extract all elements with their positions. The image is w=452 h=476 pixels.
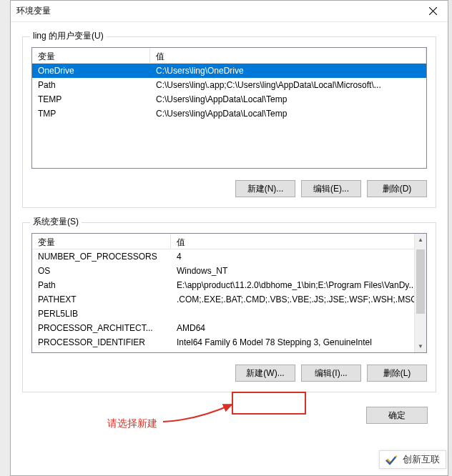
titlebar: 环境变量: [11, 1, 448, 22]
table-row[interactable]: PERL5LIB: [32, 307, 426, 321]
table-row[interactable]: OSWindows_NT: [32, 264, 426, 278]
system-vars-label: 系统变量(S): [30, 216, 82, 228]
system-edit-button[interactable]: 编辑(I)...: [301, 365, 361, 382]
table-row[interactable]: TMPC:\Users\ling\AppData\Local\Temp: [32, 106, 426, 121]
var-name: PROCESSOR_ARCHITECT...: [32, 323, 171, 333]
var-name: PROCESSOR_IDENTIFIER: [32, 337, 171, 347]
user-new-button[interactable]: 新建(N)...: [235, 180, 295, 197]
watermark-text: 创新互联: [403, 453, 440, 466]
user-vars-group: ling 的用户变量(U) 变量 值 OneDriveC:\Users\ling…: [22, 36, 436, 208]
table-row[interactable]: OneDriveC:\Users\ling\OneDrive: [32, 64, 426, 78]
col-val[interactable]: 值: [171, 234, 426, 249]
var-value: Windows_NT: [171, 266, 426, 276]
system-vars-header: 变量 值: [32, 234, 426, 249]
window-title: 环境变量: [16, 5, 51, 17]
var-name: TEMP: [32, 94, 150, 104]
var-name: Path: [32, 280, 171, 290]
var-value: C:\Users\ling\.app;C:\Users\ling\AppData…: [150, 80, 426, 90]
user-delete-button[interactable]: 删除(D): [367, 180, 427, 197]
table-row[interactable]: NUMBER_OF_PROCESSORS4: [32, 249, 426, 264]
system-vars-group: 系统变量(S) 变量 值 NUMBER_OF_PROCESSORS4OSWind…: [22, 222, 436, 392]
scrollbar[interactable]: ▲ ▼: [414, 234, 426, 352]
table-row[interactable]: PATHEXT.COM;.EXE;.BAT;.CMD;.VBS;.VBE;.JS…: [32, 292, 426, 307]
system-vars-list[interactable]: 变量 值 NUMBER_OF_PROCESSORS4OSWindows_NTPa…: [31, 233, 427, 353]
var-value: AMD64: [171, 323, 426, 333]
system-delete-button[interactable]: 删除(L): [367, 365, 427, 382]
var-value: Intel64 Family 6 Model 78 Stepping 3, Ge…: [171, 337, 426, 347]
scroll-down-icon[interactable]: ▼: [415, 340, 426, 352]
var-name: PERL5LIB: [32, 309, 171, 319]
col-var[interactable]: 变量: [32, 234, 171, 249]
col-var[interactable]: 变量: [32, 48, 150, 63]
table-row[interactable]: PROCESSOR_ARCHITECT...AMD64: [32, 321, 426, 335]
system-new-button[interactable]: 新建(W)...: [235, 365, 295, 382]
table-row[interactable]: PathC:\Users\ling\.app;C:\Users\ling\App…: [32, 78, 426, 92]
var-value: C:\Users\ling\AppData\Local\Temp: [150, 94, 426, 104]
scroll-thumb[interactable]: [416, 249, 425, 314]
table-row[interactable]: PathE:\app\product\11.2.0\dbhome_1\bin;E…: [32, 278, 426, 292]
env-vars-dialog: 环境变量 ling 的用户变量(U) 变量 值 OneDriveC:\Users…: [10, 0, 448, 476]
watermark: 创新互联: [379, 450, 446, 469]
var-name: OneDrive: [32, 66, 150, 76]
close-button[interactable]: [418, 1, 448, 22]
var-name: OS: [32, 266, 171, 276]
user-edit-button[interactable]: 编辑(E)...: [301, 180, 361, 197]
user-vars-list[interactable]: 变量 值 OneDriveC:\Users\ling\OneDrivePathC…: [31, 47, 427, 169]
table-row[interactable]: PROCESSOR_IDENTIFIERIntel64 Family 6 Mod…: [32, 335, 426, 349]
watermark-icon: [385, 453, 398, 466]
var-name: NUMBER_OF_PROCESSORS: [32, 252, 171, 262]
var-value: E:\app\product\11.2.0\dbhome_1\bin;E:\Pr…: [171, 280, 426, 290]
user-vars-header: 变量 值: [32, 48, 426, 64]
var-value: C:\Users\ling\OneDrive: [150, 66, 426, 76]
col-val[interactable]: 值: [150, 48, 426, 63]
user-vars-label: ling 的用户变量(U): [30, 30, 107, 42]
var-name: TMP: [32, 109, 150, 119]
var-value: 4: [171, 252, 426, 262]
var-name: Path: [32, 80, 150, 90]
var-value: C:\Users\ling\AppData\Local\Temp: [150, 109, 426, 119]
scroll-up-icon[interactable]: ▲: [415, 234, 426, 246]
var-value: .COM;.EXE;.BAT;.CMD;.VBS;.VBE;.JS;.JSE;.…: [171, 294, 426, 304]
table-row[interactable]: TEMPC:\Users\ling\AppData\Local\Temp: [32, 92, 426, 106]
annotation-text: 请选择新建: [107, 417, 157, 430]
var-name: PATHEXT: [32, 294, 171, 304]
ok-button[interactable]: 确定: [366, 407, 428, 424]
close-icon: [429, 7, 437, 15]
